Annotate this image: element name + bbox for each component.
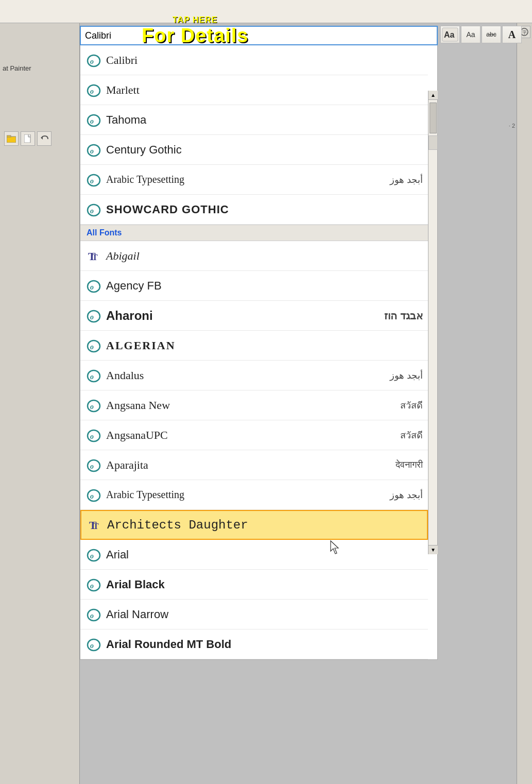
- font-preview-arabic-typesetting: أبجد هوز: [390, 174, 423, 185]
- ot-icon-arabic2: o: [85, 487, 102, 503]
- new-doc-icon[interactable]: [21, 131, 35, 146]
- svg-point-44: [88, 609, 100, 621]
- svg-text:字: 字: [522, 30, 527, 35]
- font-preview-angsanaupc: สวัสดี: [400, 428, 423, 442]
- font-item-showcard-gothic[interactable]: o SHOWCARD GOTHIC: [80, 195, 428, 225]
- font-abc-btn[interactable]: abc: [482, 26, 501, 43]
- font-item-algerian[interactable]: o ALGERIAN: [80, 331, 428, 361]
- scroll-track: [428, 135, 438, 150]
- svg-text:o: o: [90, 177, 94, 185]
- folder-icon[interactable]: [4, 131, 19, 146]
- svg-point-28: [88, 370, 100, 382]
- font-size-btn[interactable]: Aa: [440, 26, 460, 43]
- svg-text:T: T: [92, 253, 98, 262]
- font-item-andalus[interactable]: o Andalus أبجد هوز: [80, 361, 428, 390]
- font-item-arial-black[interactable]: o Arial Black: [80, 570, 428, 600]
- svg-point-12: [88, 115, 100, 126]
- font-input[interactable]: [85, 30, 433, 41]
- font-name-angsana-new: Angsana New: [106, 399, 170, 412]
- svg-rect-0: [7, 137, 16, 143]
- font-name-century-gothic: Century Gothic: [106, 143, 182, 157]
- svg-text:o: o: [90, 117, 94, 125]
- font-item-aharoni[interactable]: o Aharoni אבגד הוז: [80, 301, 428, 331]
- font-name-aparajita: Aparajita: [106, 458, 148, 472]
- font-preview-aparajita: देवनागरी: [396, 459, 423, 470]
- ot-icon-aharoni: o: [85, 308, 102, 324]
- font-name-tahoma: Tahoma: [106, 113, 146, 127]
- font-list-scrollbar[interactable]: ▲ ▼: [428, 91, 437, 554]
- font-item-arial-rounded[interactable]: o Arial Rounded MT Bold: [80, 629, 428, 659]
- ruler-indicator: · 2: [509, 123, 515, 129]
- painter-label: at Painter: [3, 64, 31, 72]
- font-item-calibri[interactable]: o Calibri: [80, 45, 428, 75]
- svg-point-10: [88, 85, 100, 96]
- svg-text:o: o: [90, 207, 94, 215]
- undo-icon[interactable]: [37, 131, 52, 146]
- font-name-arial-narrow: Arial Narrow: [106, 608, 168, 621]
- font-item-marlett[interactable]: o Marlett: [80, 75, 428, 105]
- font-name-algerian: ALGERIAN: [106, 339, 176, 352]
- svg-text:o: o: [90, 642, 94, 650]
- svg-point-46: [88, 639, 100, 651]
- scroll-thumb[interactable]: [430, 103, 437, 133]
- ot-icon-angsanaupc: o: [85, 427, 102, 444]
- ot-icon-marlett: o: [85, 82, 102, 98]
- font-preview-aharoni: אבגד הוז: [384, 310, 423, 322]
- font-item-arial[interactable]: o Arial: [80, 540, 428, 570]
- font-item-arial-narrow[interactable]: o Arial Narrow: [80, 600, 428, 629]
- svg-point-42: [88, 580, 100, 591]
- font-name-aharoni: Aharoni: [106, 309, 153, 323]
- font-a-large-btn[interactable]: A: [502, 26, 522, 43]
- font-name-arabic-typesetting: Arabic Typesetting: [106, 174, 184, 185]
- svg-text:o: o: [90, 492, 94, 500]
- svg-point-40: [88, 550, 100, 561]
- svg-point-30: [88, 400, 100, 412]
- svg-rect-1: [7, 135, 11, 137]
- svg-text:o: o: [90, 147, 94, 155]
- font-item-tahoma[interactable]: o Tahoma: [80, 105, 428, 135]
- scroll-up-arrow[interactable]: ▲: [428, 91, 438, 100]
- font-item-architects-daughter[interactable]: T T Architects Daughter: [80, 510, 428, 540]
- ot-icon-aparajita: o: [85, 457, 102, 473]
- ot-icon-century-gothic: o: [85, 142, 102, 158]
- svg-text:o: o: [90, 463, 94, 470]
- font-name-abigail: Abigail: [106, 249, 140, 263]
- svg-text:o: o: [90, 313, 94, 321]
- svg-point-32: [88, 430, 100, 441]
- font-item-agency-fb[interactable]: o Agency FB: [80, 271, 428, 301]
- svg-point-18: [88, 204, 100, 216]
- svg-text:o: o: [90, 88, 94, 95]
- ot-icon-calibri: o: [85, 52, 102, 69]
- ot-icon-angsana-new: o: [85, 397, 102, 414]
- svg-rect-2: [24, 134, 30, 143]
- font-item-angsana-new[interactable]: o Angsana New สวัสดี: [80, 390, 428, 420]
- font-item-arabic-typesetting[interactable]: o Arabic Typesetting أبجد هوز: [80, 165, 428, 195]
- font-item-aparajita[interactable]: o Aparajita देवनागरी: [80, 450, 428, 480]
- font-list: o Calibri o Marlett o Tahoma: [80, 45, 428, 659]
- font-item-century-gothic[interactable]: o Century Gothic: [80, 135, 428, 165]
- ot-icon-tahoma: o: [85, 112, 102, 128]
- font-preview-angsana-new: สวัสดี: [400, 398, 423, 413]
- svg-point-34: [88, 460, 100, 471]
- svg-text:Aa: Aa: [444, 30, 455, 39]
- font-preview-arabic2: أبجد هوز: [390, 489, 423, 501]
- font-name-calibri: Calibri: [106, 54, 138, 67]
- svg-point-36: [88, 490, 100, 501]
- font-preview-andalus: أبجد هوز: [390, 370, 423, 381]
- ot-icon-showcard: o: [85, 201, 102, 218]
- svg-text:o: o: [90, 283, 94, 291]
- svg-point-16: [88, 175, 100, 186]
- font-input-bar[interactable]: [80, 26, 438, 45]
- ot-icon-arial: o: [85, 547, 102, 563]
- font-item-angsanaupc[interactable]: o AngsanaUPC สวัสดี: [80, 420, 428, 450]
- font-name-arial: Arial: [106, 548, 129, 561]
- font-item-arabic-typesetting2[interactable]: o Arabic Typesetting أبجد هوز: [80, 480, 428, 510]
- font-name-showcard-gothic: SHOWCARD GOTHIC: [106, 203, 229, 216]
- font-style-btn[interactable]: Aa: [461, 26, 480, 43]
- font-item-abigail[interactable]: T T Abigail: [80, 241, 428, 271]
- ot-icon-algerian: o: [85, 337, 102, 354]
- scroll-down-arrow[interactable]: ▼: [428, 545, 438, 554]
- tt-icon-abigail: T T: [85, 248, 102, 264]
- svg-point-22: [88, 281, 100, 292]
- svg-text:o: o: [90, 612, 94, 620]
